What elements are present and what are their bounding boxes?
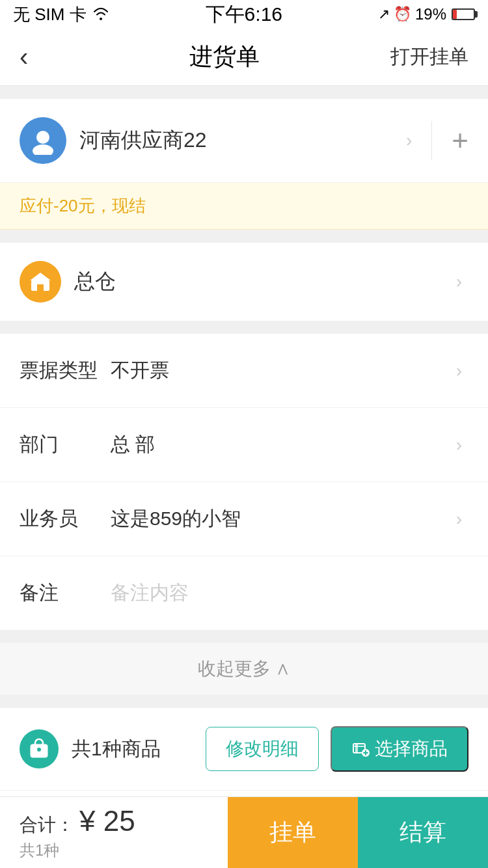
open-pending-button[interactable]: 打开挂单	[390, 44, 468, 70]
invoice-value: 不开票	[104, 357, 456, 384]
footer: 合计： ¥ 25 共1种 挂单 结算	[0, 796, 488, 868]
collapse-label: 收起更多 ∧	[198, 657, 291, 681]
remark-row[interactable]: 备注 备注内容	[0, 556, 488, 630]
invoice-chevron-icon: ›	[456, 360, 462, 381]
battery-label: 19%	[415, 5, 446, 23]
invoice-row[interactable]: 票据类型 不开票 ›	[0, 334, 488, 408]
supplier-row[interactable]: 河南供应商22 › +	[0, 99, 488, 183]
back-button[interactable]: ‹	[20, 42, 59, 72]
supplier-chevron-icon: ›	[406, 130, 412, 151]
invoice-label: 票据类型	[20, 357, 104, 384]
nav-bar: ‹ 进货单 打开挂单	[0, 29, 488, 86]
warehouse-name: 总仓	[74, 267, 456, 296]
status-left: 无 SIM 卡	[13, 3, 110, 26]
warehouse-section: 总仓 ›	[0, 243, 488, 321]
carrier-label: 无 SIM 卡	[13, 3, 87, 26]
total-amount: ¥ 25	[79, 805, 135, 837]
footer-total: 合计： ¥ 25 共1种	[0, 805, 228, 861]
dept-value: 总 部	[104, 431, 456, 458]
total-row: 合计： ¥ 25	[20, 805, 208, 837]
agent-row[interactable]: 业务员 这是859的小智 ›	[0, 482, 488, 556]
select-product-label: 选择商品	[375, 737, 448, 761]
svg-marker-3	[30, 273, 51, 280]
svg-point-6	[37, 748, 41, 752]
status-right: ↗ ⏰ 19%	[378, 5, 475, 23]
supplier-name: 河南供应商22	[79, 126, 406, 155]
info-banner: 应付-20元，现结	[0, 183, 488, 230]
settle-button[interactable]: 结算	[358, 797, 488, 869]
warehouse-chevron-icon: ›	[456, 271, 462, 292]
page-title: 进货单	[189, 41, 260, 73]
remark-label: 备注	[20, 580, 104, 606]
form-section: 票据类型 不开票 › 部门 总 部 › 业务员 这是859的小智 › 备注 备注…	[0, 334, 488, 630]
product-header: 共1种商品 修改明细 选择商品	[0, 708, 488, 791]
alarm-icon: ⏰	[394, 6, 411, 23]
location-icon: ↗	[378, 6, 390, 23]
dept-row[interactable]: 部门 总 部 ›	[0, 408, 488, 482]
warehouse-icon	[20, 261, 61, 303]
product-count-label: 共1种商品	[72, 736, 206, 763]
svg-point-0	[36, 131, 49, 144]
total-label: 合计：	[20, 813, 74, 837]
battery-icon	[452, 8, 475, 20]
add-button[interactable]: +	[452, 124, 468, 157]
divider	[431, 121, 432, 160]
pending-button[interactable]: 挂单	[228, 797, 358, 869]
agent-label: 业务员	[20, 506, 104, 532]
agent-value: 这是859的小智	[104, 506, 456, 532]
remark-input[interactable]: 备注内容	[104, 580, 468, 606]
dept-label: 部门	[20, 431, 104, 458]
wifi-icon	[92, 5, 110, 25]
sep-1	[0, 86, 488, 99]
edit-detail-button[interactable]: 修改明细	[206, 727, 319, 771]
svg-point-1	[33, 144, 53, 155]
select-product-button[interactable]: 选择商品	[331, 726, 468, 772]
product-section-icon	[20, 729, 59, 768]
supplier-section: 河南供应商22 › + 应付-20元，现结	[0, 99, 488, 230]
status-bar: 无 SIM 卡 下午6:16 ↗ ⏰ 19%	[0, 0, 488, 29]
svg-rect-4	[37, 284, 44, 291]
supplier-avatar	[20, 117, 66, 164]
agent-chevron-icon: ›	[456, 509, 462, 530]
dept-chevron-icon: ›	[456, 435, 462, 455]
footer-item-count: 共1种	[20, 840, 208, 861]
collapse-bar[interactable]: 收起更多 ∧	[0, 643, 488, 695]
warehouse-row[interactable]: 总仓 ›	[0, 243, 488, 321]
status-time: 下午6:16	[206, 1, 282, 28]
